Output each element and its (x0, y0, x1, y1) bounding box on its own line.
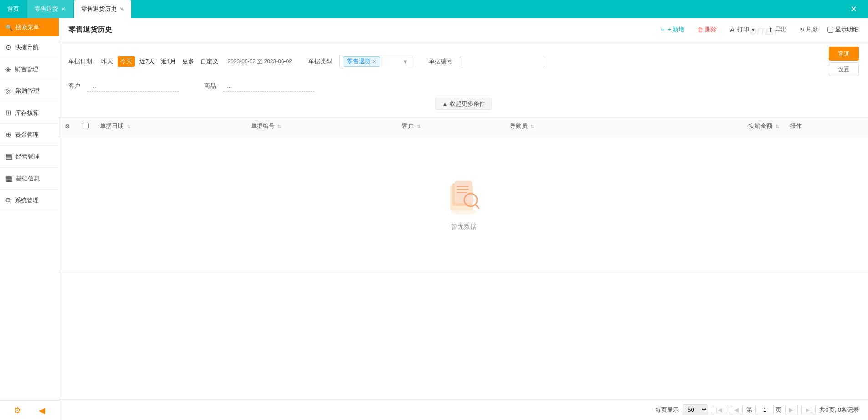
print-icon: 🖨 (729, 26, 735, 33)
date-filter-label: 单据日期 (68, 57, 92, 66)
page-number-input[interactable] (755, 405, 774, 415)
show-detail-checkbox[interactable] (827, 27, 833, 33)
type-select-arrow-icon: ▼ (402, 58, 408, 65)
filter-row-1: 单据日期 昨天 今天 近7天 近1月 更多 自定义 2023-06-02 至 2… (68, 47, 859, 76)
page-info: 第 页 (746, 405, 781, 415)
date-opt-7days[interactable]: 近7天 (138, 56, 156, 67)
filter-row-2: 客户 商品 (68, 81, 859, 92)
customer-sort-icon[interactable]: ⇅ (417, 124, 421, 129)
sidebar-item-system[interactable]: ⟳ 系统管理 (0, 190, 59, 211)
settings-icon[interactable]: ⚙ (14, 405, 21, 415)
sidebar-item-sales-mgmt[interactable]: ◈ 销售管理 (0, 58, 59, 80)
customer-filter-label: 客户 (68, 82, 80, 90)
refresh-icon: ↻ (800, 26, 805, 33)
svg-line-8 (475, 205, 479, 208)
show-detail-checkbox-label[interactable]: 显示明细 (827, 26, 859, 34)
date-opt-today[interactable]: 今天 (118, 56, 135, 67)
sidebar-item-inventory[interactable]: ⊞ 库存核算 (0, 102, 59, 124)
select-all-checkbox[interactable] (83, 123, 89, 128)
sidebar-item-operation[interactable]: ▤ 经营管理 (0, 146, 59, 168)
sales-icon: ◈ (5, 65, 11, 73)
empty-icon (443, 176, 484, 217)
print-button[interactable]: 🖨 打印 ▼ (726, 24, 759, 36)
operation-icon: ▤ (5, 152, 12, 161)
data-table: ⚙ 单据日期 ⇅ 单据编号 ⇅ (59, 118, 868, 272)
date-opt-more[interactable]: 更多 (180, 56, 196, 67)
page-size-label: 每页显示 (655, 406, 679, 414)
sidebar-item-quick-nav[interactable]: ⊙ 快捷导航 (0, 36, 59, 58)
top-bar-right: ✕ (847, 4, 868, 14)
type-filter-select[interactable]: 零售退货 ✕ ▼ (339, 55, 412, 68)
tab-retail-return-close[interactable]: ✕ (61, 6, 66, 12)
quick-nav-icon: ⊙ (5, 43, 11, 51)
th-guide: 导购员 ⇅ (504, 118, 634, 135)
guide-sort-icon[interactable]: ⇅ (530, 124, 534, 129)
date-filter: 昨天 今天 近7天 近1月 更多 自定义 (99, 56, 220, 67)
prev-page-button[interactable]: ◀ (730, 405, 743, 415)
sidebar-item-purchase-mgmt[interactable]: ◎ 采购管理 (0, 80, 59, 102)
tab-retail-return-history[interactable]: 零售退货历史 ✕ (74, 0, 131, 18)
page-title: 零售退货历史 (68, 25, 112, 35)
sidebar-search[interactable]: 🔍 搜索菜单 (0, 18, 59, 36)
collapse-bar: ▲ 收起更多条件 (68, 96, 859, 112)
main-layout: 🔍 搜索菜单 ⊙ 快捷导航 ◈ 销售管理 ◎ 采购管理 ⊞ 库存核算 ⊕ 资金管 (0, 18, 868, 420)
query-button[interactable]: 查询 (829, 47, 859, 61)
date-opt-yesterday[interactable]: 昨天 (99, 56, 115, 67)
last-page-button[interactable]: ▶| (801, 405, 816, 415)
first-page-button[interactable]: |◀ (712, 405, 726, 415)
empty-state: 暂无数据 (65, 140, 863, 267)
basic-info-icon: ▦ (5, 174, 12, 183)
voucher-sort-icon[interactable]: ⇅ (277, 124, 281, 129)
goods-filter-input[interactable] (223, 81, 314, 92)
delete-button[interactable]: 🗑 删除 (693, 24, 720, 36)
tab-bar: 首页 零售退货 ✕ 零售退货历史 ✕ (0, 0, 847, 18)
collapse-button[interactable]: ▲ 收起更多条件 (435, 98, 492, 110)
date-opt-1month[interactable]: 近1月 (159, 56, 178, 67)
export-button[interactable]: ⬆ 导出 (765, 24, 791, 36)
total-info: 共0页, 0条记录 (819, 406, 859, 414)
tab-retail-return-history-close[interactable]: ✕ (119, 6, 124, 12)
filter-settings-button[interactable]: 设置 (829, 62, 859, 76)
collapse-icon[interactable]: ◀ (39, 405, 45, 415)
page-size-select[interactable]: 20 50 100 (683, 404, 708, 415)
next-page-button[interactable]: ▶ (785, 405, 798, 415)
customer-filter-input[interactable] (87, 81, 179, 92)
tab-retail-return[interactable]: 零售退货 ✕ (27, 0, 73, 18)
purchase-icon: ◎ (5, 87, 12, 95)
action-buttons: 查询 设置 (829, 47, 859, 76)
table-header-row: ⚙ 单据日期 ⇅ 单据编号 ⇅ (59, 118, 868, 135)
filter-area: 单据日期 昨天 今天 近7天 近1月 更多 自定义 2023-06-02 至 2… (59, 41, 868, 118)
th-action: 操作 (785, 118, 868, 135)
refresh-button[interactable]: ↻ 刷新 (796, 24, 822, 36)
system-icon: ⟳ (5, 196, 11, 205)
voucher-filter-input[interactable] (460, 56, 544, 67)
th-customer: 客户 ⇅ (396, 118, 504, 135)
print-chevron-icon: ▼ (751, 27, 755, 32)
window-close-button[interactable]: ✕ (847, 4, 861, 14)
pagination-bar: 每页显示 20 50 100 |◀ ◀ 第 页 ▶ ▶| 共0页, 0条记录 (59, 399, 868, 420)
amount-sort-icon[interactable]: ⇅ (776, 124, 779, 129)
sidebar-item-basic-info[interactable]: ▦ 基础信息 (0, 168, 59, 190)
inventory-icon: ⊞ (5, 108, 11, 117)
date-opt-custom[interactable]: 自定义 (199, 56, 220, 67)
th-checkbox (77, 118, 94, 135)
sidebar: 🔍 搜索菜单 ⊙ 快捷导航 ◈ 销售管理 ◎ 采购管理 ⊞ 库存核算 ⊕ 资金管 (0, 18, 59, 420)
svg-point-9 (467, 196, 474, 204)
date-sort-icon[interactable]: ⇅ (127, 124, 130, 129)
finance-icon: ⊕ (5, 130, 11, 139)
tab-home[interactable]: 首页 (0, 0, 26, 18)
table-container: ⚙ 单据日期 ⇅ 单据编号 ⇅ (59, 118, 868, 399)
type-tag: 零售退货 ✕ (344, 56, 380, 67)
toolbar: ＋ + 新增 🗑 删除 🖨 打印 ▼ ⬆ 导出 ↻ (656, 24, 859, 36)
th-settings: ⚙ (59, 118, 77, 135)
date-range-display: 2023-06-02 至 2023-06-02 (227, 58, 292, 66)
table-body: 暂无数据 (59, 135, 868, 272)
plus-icon: ＋ (660, 26, 666, 34)
collapse-up-icon: ▲ (442, 101, 448, 108)
sidebar-menu: ⊙ 快捷导航 ◈ 销售管理 ◎ 采购管理 ⊞ 库存核算 ⊕ 资金管理 ▤ 经营管… (0, 36, 59, 400)
new-button[interactable]: ＋ + 新增 (656, 24, 688, 36)
type-tag-remove[interactable]: ✕ (372, 58, 377, 65)
sidebar-item-finance[interactable]: ⊕ 资金管理 (0, 124, 59, 146)
gear-icon[interactable]: ⚙ (65, 123, 70, 130)
top-bar: 首页 零售退货 ✕ 零售退货历史 ✕ ✕ (0, 0, 868, 18)
